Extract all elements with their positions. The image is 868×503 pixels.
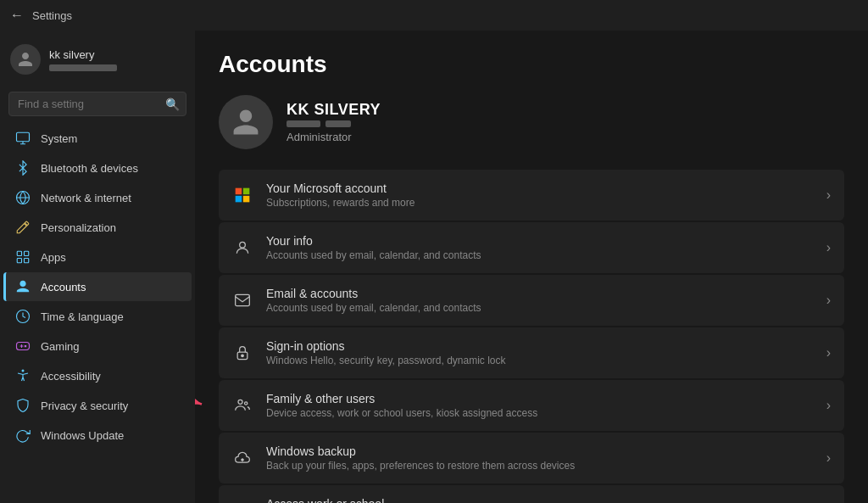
settings-item-desc-your-info: Accounts used by email, calendar, and co… — [266, 249, 813, 261]
sidebar-item-label-time: Time & language — [41, 310, 124, 323]
sidebar-item-label-accessibility: Accessibility — [41, 370, 101, 383]
microsoft-account-icon — [232, 185, 253, 205]
sidebar-username: kk silvery — [49, 48, 117, 61]
back-button[interactable]: ← — [10, 8, 24, 23]
svg-point-8 — [22, 370, 25, 372]
chevron-icon-microsoft-account: › — [826, 187, 831, 203]
sidebar-item-label-apps: Apps — [41, 251, 66, 264]
sidebar-item-gaming[interactable]: Gaming — [3, 332, 192, 360]
settings-item-title-your-info: Your info — [266, 234, 813, 248]
profile-info: kk silvery — [49, 48, 117, 71]
settings-item-desc-sign-in: Windows Hello, security key, password, d… — [266, 355, 813, 366]
settings-item-desc-email-accounts: Accounts used by email, calendar, and co… — [266, 302, 813, 314]
svg-point-18 — [238, 400, 242, 404]
settings-item-title-windows-backup: Windows backup — [266, 444, 813, 458]
chevron-icon-your-info: › — [826, 240, 831, 255]
apps-icon — [15, 249, 31, 265]
chevron-icon-windows-backup: › — [826, 450, 831, 466]
profile-name: KK SILVERY — [287, 101, 381, 119]
avatar — [10, 44, 41, 75]
search-container: 🔍 — [8, 92, 186, 116]
main-layout: kk silvery 🔍 System Bluetooth & devices … — [0, 31, 868, 503]
settings-item-text-sign-in: Sign-in options Windows Hello, security … — [266, 339, 813, 366]
settings-item-text-work-school: Access work or school Organization resou… — [266, 497, 813, 503]
sidebar-item-label-gaming: Gaming — [41, 340, 80, 353]
settings-item-text-family: Family & other users Device access, work… — [266, 392, 813, 419]
sidebar-item-privacy[interactable]: Privacy & security — [3, 391, 192, 420]
email-accounts-icon — [232, 290, 253, 310]
settings-item-title-sign-in: Sign-in options — [266, 339, 813, 353]
settings-item-text-windows-backup: Windows backup Back up your files, apps,… — [266, 444, 813, 472]
settings-item-work-school[interactable]: Access work or school Organization resou… — [219, 485, 844, 503]
sidebar-item-label-bluetooth: Bluetooth & devices — [41, 162, 138, 175]
settings-item-desc-family: Device access, work or school users, kio… — [266, 407, 813, 419]
settings-item-text-your-info: Your info Accounts used by email, calend… — [266, 234, 813, 261]
svg-rect-10 — [243, 188, 250, 195]
profile-role: Administrator — [287, 131, 381, 143]
sidebar-item-apps[interactable]: Apps — [3, 243, 192, 271]
settings-item-your-info[interactable]: Your info Accounts used by email, calend… — [219, 222, 844, 273]
bluetooth-icon — [15, 160, 31, 176]
privacy-icon — [15, 398, 31, 413]
svg-rect-3 — [25, 251, 29, 255]
settings-item-title-microsoft-account: Your Microsoft account — [266, 182, 813, 195]
chevron-icon-email-accounts: › — [826, 293, 831, 308]
sidebar-item-network[interactable]: Network & internet — [3, 183, 192, 212]
chevron-icon-sign-in: › — [826, 345, 831, 360]
windows-backup-icon — [232, 448, 253, 468]
sidebar-profile[interactable]: kk silvery — [0, 31, 195, 88]
sidebar-item-system[interactable]: System — [3, 124, 192, 153]
settings-item-title-work-school: Access work or school — [266, 497, 813, 503]
settings-item-microsoft-account[interactable]: Your Microsoft account Subscriptions, re… — [219, 170, 844, 221]
sidebar-item-accessibility[interactable]: Accessibility — [3, 361, 192, 390]
accounts-icon — [15, 279, 31, 294]
update-icon — [15, 428, 31, 443]
profile-details: KK SILVERY Administrator — [287, 101, 381, 143]
settings-list: Your Microsoft account Subscriptions, re… — [219, 170, 844, 503]
name-bar-1 — [287, 120, 320, 127]
sidebar-item-label-accounts: Accounts — [41, 281, 86, 293]
sidebar-item-label-personalization: Personalization — [41, 221, 116, 234]
profile-card: KK SILVERY Administrator — [219, 95, 844, 149]
sidebar-item-bluetooth[interactable]: Bluetooth & devices — [3, 154, 192, 182]
settings-item-text-microsoft-account: Your Microsoft account Subscriptions, re… — [266, 182, 813, 209]
settings-item-sign-in[interactable]: Sign-in options Windows Hello, security … — [219, 327, 844, 378]
search-input[interactable] — [8, 92, 186, 116]
svg-point-16 — [242, 355, 244, 357]
app-title: Settings — [32, 9, 72, 22]
svg-rect-11 — [236, 196, 242, 203]
sidebar-item-personalization[interactable]: Personalization — [3, 213, 192, 242]
nav-list: System Bluetooth & devices Network & int… — [0, 123, 195, 450]
personalization-icon — [15, 220, 31, 235]
sidebar: kk silvery 🔍 System Bluetooth & devices … — [0, 31, 195, 503]
chevron-icon-family: › — [826, 398, 831, 413]
sidebar-item-time[interactable]: Time & language — [3, 302, 192, 331]
system-icon — [15, 131, 31, 146]
gaming-icon — [15, 338, 31, 354]
network-icon — [15, 190, 31, 205]
search-icon: 🔍 — [165, 98, 180, 111]
username-bar-decoration — [49, 64, 117, 71]
settings-item-desc-windows-backup: Back up your files, apps, preferences to… — [266, 460, 813, 472]
sidebar-item-label-system: System — [41, 132, 77, 145]
settings-item-title-family: Family & other users — [266, 392, 813, 405]
profile-avatar-large — [219, 95, 273, 149]
svg-rect-0 — [17, 132, 30, 142]
profile-name-bars — [287, 120, 381, 127]
sidebar-item-label-privacy: Privacy & security — [41, 400, 128, 412]
settings-item-text-email-accounts: Email & accounts Accounts used by email,… — [266, 287, 813, 314]
settings-item-email-accounts[interactable]: Email & accounts Accounts used by email,… — [219, 275, 844, 326]
family-icon — [232, 395, 253, 416]
sign-in-icon — [232, 343, 253, 363]
settings-item-desc-microsoft-account: Subscriptions, rewards and more — [266, 197, 813, 209]
title-bar: ← Settings — [0, 0, 868, 31]
svg-rect-5 — [25, 259, 29, 263]
svg-point-13 — [240, 242, 246, 248]
settings-item-windows-backup[interactable]: Windows backup Back up your files, apps,… — [219, 433, 844, 483]
settings-item-family[interactable]: Family & other users Device access, work… — [219, 380, 844, 431]
sidebar-item-update[interactable]: Windows Update — [3, 421, 192, 450]
svg-rect-12 — [243, 196, 250, 203]
settings-item-title-email-accounts: Email & accounts — [266, 287, 813, 300]
sidebar-item-accounts[interactable]: Accounts — [3, 272, 192, 301]
content-area: Accounts KK SILVERY Administrator — [195, 31, 868, 503]
